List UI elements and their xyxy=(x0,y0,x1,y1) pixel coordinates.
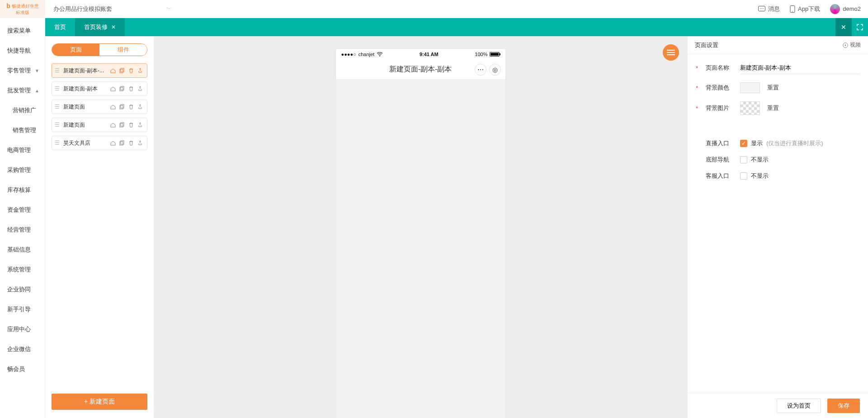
new-page-button[interactable]: + 新建页面 xyxy=(52,394,147,410)
svg-rect-9 xyxy=(120,87,123,91)
delete-icon[interactable] xyxy=(128,104,134,110)
svg-rect-7 xyxy=(120,69,123,73)
label-bg-image: 背景图片 xyxy=(706,104,733,112)
bottom-nav-checkbox[interactable]: 不显示 xyxy=(740,156,769,164)
share-icon[interactable] xyxy=(137,86,143,92)
phone-status-bar: ●●●●○ chanjet 9:41 AM 100% xyxy=(336,49,505,60)
svg-rect-12 xyxy=(121,123,124,126)
video-help-link[interactable]: 视频 xyxy=(843,41,861,49)
share-icon[interactable] xyxy=(137,140,143,146)
delete-icon[interactable] xyxy=(128,86,134,92)
messages-link[interactable]: 消息 xyxy=(758,5,780,13)
checkbox-unchecked-icon xyxy=(740,156,747,163)
sidenav-item[interactable]: 经营管理 xyxy=(0,220,45,240)
sidenav-item[interactable]: 企业协同 xyxy=(0,280,45,299)
svg-point-1 xyxy=(760,8,761,9)
app-download-link[interactable]: App下载 xyxy=(790,5,820,13)
bg-color-reset[interactable]: 重置 xyxy=(767,84,779,92)
account-selector[interactable]: 办公用品行业模拟账套 ﹀ xyxy=(53,5,172,13)
svg-point-2 xyxy=(761,8,762,9)
live-entry-checkbox[interactable]: ✓ 显示 (仅当进行直播时展示) xyxy=(740,139,823,147)
sidenav-item[interactable]: 企业微信 xyxy=(0,339,45,359)
service-entry-checkbox[interactable]: 不显示 xyxy=(740,172,769,180)
svg-point-16 xyxy=(379,56,380,57)
sidenav-item[interactable]: 批发管理▲ xyxy=(0,81,45,100)
home-icon[interactable] xyxy=(110,67,116,74)
sidenav-item[interactable]: 库存核算 xyxy=(0,180,45,200)
share-icon[interactable] xyxy=(137,67,143,74)
copy-icon[interactable] xyxy=(119,86,125,92)
drag-icon[interactable]: ☰ xyxy=(55,104,60,110)
label-live-entry: 直播入口 xyxy=(706,139,733,147)
sidenav-item[interactable]: 零售管理▼ xyxy=(0,61,45,81)
svg-point-3 xyxy=(763,8,764,9)
drag-icon[interactable]: ☰ xyxy=(55,122,60,128)
page-item-name: 昊天文具店 xyxy=(63,139,106,147)
sidenav-subitem[interactable]: 销售管理 xyxy=(0,120,45,140)
user-menu[interactable]: demo2 xyxy=(830,4,861,14)
sidenav-item[interactable]: 资金管理 xyxy=(0,200,45,220)
share-icon[interactable] xyxy=(137,122,143,128)
sidenav-item[interactable]: 搜索菜单 xyxy=(0,21,45,41)
home-icon[interactable] xyxy=(110,104,116,110)
tab-page-design[interactable]: 首页装修 ✕ xyxy=(75,18,125,36)
page-list-item[interactable]: ☰新建页面 xyxy=(52,100,147,114)
svg-point-5 xyxy=(792,11,793,12)
copy-icon[interactable] xyxy=(119,122,125,128)
sidenav-item[interactable]: 畅会员 xyxy=(0,359,45,379)
sidenav-item[interactable]: 快捷导航 xyxy=(0,41,45,61)
bg-image-swatch[interactable] xyxy=(740,101,760,115)
page-list-item[interactable]: ☰新建页面-副本-... xyxy=(52,63,147,78)
home-icon[interactable] xyxy=(110,86,116,92)
delete-icon[interactable] xyxy=(128,67,134,74)
set-home-button[interactable]: 设为首页 xyxy=(777,399,821,413)
bg-color-swatch[interactable] xyxy=(740,82,760,93)
chevron-down-icon: ﹀ xyxy=(166,5,172,13)
drag-icon[interactable]: ☰ xyxy=(55,67,60,74)
page-name-input[interactable] xyxy=(740,62,860,74)
wifi-icon xyxy=(377,52,383,57)
delete-icon[interactable] xyxy=(128,140,134,146)
home-icon[interactable] xyxy=(110,122,116,128)
segment-component[interactable]: 组件 xyxy=(99,44,147,56)
home-icon[interactable] xyxy=(110,140,116,146)
page-item-name: 新建页面-副本 xyxy=(63,85,106,93)
phone-page-title: 新建页面-副本-副本 xyxy=(389,65,452,74)
sidenav-subitem[interactable]: 营销推广 xyxy=(0,100,45,120)
share-icon[interactable] xyxy=(137,104,143,110)
segment-page[interactable]: 页面 xyxy=(52,44,99,56)
topbar: b畅捷通好生意 标准版 办公用品行业模拟账套 ﹀ 消息 App下载 demo2 xyxy=(0,0,868,18)
label-service-entry: 客服入口 xyxy=(706,172,733,180)
page-list-item[interactable]: ☰昊天文具店 xyxy=(52,136,147,150)
tab-home[interactable]: 首页 xyxy=(45,18,75,36)
sidenav-item[interactable]: 新手引导 xyxy=(0,299,45,319)
svg-rect-13 xyxy=(120,124,123,127)
battery-icon xyxy=(490,52,500,57)
sidenav-item[interactable]: 应用中心 xyxy=(0,319,45,339)
sidenav-item[interactable]: 采购管理 xyxy=(0,160,45,180)
copy-icon[interactable] xyxy=(119,140,125,146)
canvas-menu-fab[interactable] xyxy=(663,44,679,61)
miniprogram-close-icon[interactable]: ◎ xyxy=(489,64,501,76)
sidenav-item[interactable]: 系统管理 xyxy=(0,260,45,280)
brand-logo[interactable]: b畅捷通好生意 标准版 xyxy=(0,0,45,18)
sidenav-item[interactable]: 基础信息 xyxy=(0,240,45,260)
miniprogram-more-icon[interactable]: ⋯ xyxy=(475,64,486,76)
drag-icon[interactable]: ☰ xyxy=(55,140,60,146)
tab-close-all-button[interactable]: ✕ xyxy=(835,18,852,36)
copy-icon[interactable] xyxy=(119,104,125,110)
phone-icon xyxy=(790,5,795,13)
drag-icon[interactable]: ☰ xyxy=(55,86,60,92)
save-button[interactable]: 保存 xyxy=(827,399,860,413)
page-list-item[interactable]: ☰新建页面 xyxy=(52,118,147,132)
bg-image-reset[interactable]: 重置 xyxy=(767,104,779,112)
delete-icon[interactable] xyxy=(128,122,134,128)
sidenav-item[interactable]: 电商管理 xyxy=(0,140,45,160)
fullscreen-button[interactable] xyxy=(852,18,868,36)
svg-rect-8 xyxy=(121,86,124,90)
page-list-item[interactable]: ☰新建页面-副本 xyxy=(52,81,147,96)
tab-bar: 首页 首页装修 ✕ ✕ xyxy=(45,18,868,36)
copy-icon[interactable] xyxy=(119,67,125,74)
phone-preview: ●●●●○ chanjet 9:41 AM 100% xyxy=(336,49,505,418)
close-icon[interactable]: ✕ xyxy=(111,24,116,30)
